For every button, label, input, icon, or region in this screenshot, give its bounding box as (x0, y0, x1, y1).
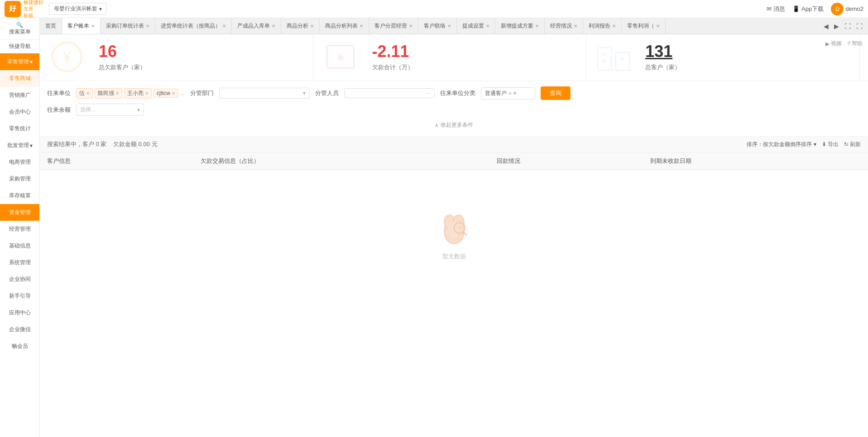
svg-rect-8 (620, 57, 624, 61)
workspace-selector[interactable]: 母婴行业演示帐套 ▾ (49, 3, 107, 15)
tab-scroll-right[interactable]: ▶ (832, 22, 841, 31)
sidebar-item-inventory[interactable]: 库存核算 (0, 187, 39, 204)
export-button[interactable]: ⬇ 导出 (822, 141, 839, 148)
empty-state-icon: ? (434, 206, 475, 247)
sidebar-item-purchase[interactable]: 采购管理 (0, 171, 39, 187)
sidebar-item-enterprise[interactable]: 企业协同 (0, 271, 39, 288)
tab-expand[interactable]: ⛶ (843, 22, 853, 31)
tag-more[interactable]: ... (180, 90, 185, 96)
message-btn[interactable]: ✉ 消息 (767, 5, 785, 13)
sidebar-item-guide[interactable]: 新手引导 (0, 288, 39, 304)
video-help-btn[interactable]: ▶ 视频 (825, 40, 842, 48)
sidebar-quick-nav[interactable]: 快捷导航 (0, 40, 39, 53)
tab-close-promotion-settings[interactable]: ✕ (486, 24, 489, 28)
sidebar-item-retail-stats[interactable]: 零售统计 (0, 120, 39, 137)
tab-close-customers[interactable]: ✕ (91, 24, 95, 28)
tab-goods-analysis-list[interactable]: 商品分析列表 ✕ (320, 18, 369, 34)
dept-select[interactable]: ▾ (219, 88, 310, 99)
tab-close-profit-report[interactable]: ✕ (612, 24, 616, 28)
category-tag-close[interactable]: ✕ (508, 91, 512, 96)
stat-block-total-customers: 131 总客户（家） (586, 34, 860, 81)
tab-close-customer-segment[interactable]: ✕ (409, 24, 412, 28)
tag-close-wang[interactable]: ✕ (145, 91, 149, 96)
tab-close-goods-analysis[interactable]: ✕ (310, 24, 314, 28)
table-header-row: 客户信息 欠款交易信息（占比） 回款情况 到期未收款日期 (40, 152, 868, 170)
filter-area: 往来单位 伍 ✕ 陈民强 ✕ 王小亮 ✕ (40, 81, 868, 137)
results-summary: 搜索结果中，客户 0 家 欠款金额 0.00 元 (47, 140, 158, 148)
sidebar-item-marketing[interactable]: 营销推广 (0, 87, 39, 104)
tab-customer-contact[interactable]: 客户联络 ✕ (418, 18, 457, 34)
main-layout: 🔍 搜索菜单 快捷导航 零售管理 ▾ 零售商城 营销推广 会员中心 零售统计 批… (0, 18, 868, 437)
sidebar-item-operations[interactable]: 经营管理 (0, 221, 39, 238)
sidebar-item-vip[interactable]: 畅会员 (0, 338, 39, 355)
sidebar-search[interactable]: 🔍 搜索菜单 (0, 18, 39, 40)
message-icon: ✉ (767, 5, 772, 12)
balance-select[interactable]: 选择... ▾ (76, 104, 144, 116)
refresh-button[interactable]: ↻ 刷新 (844, 141, 861, 148)
stat-label-debt: 欠款合计（万） (327, 63, 573, 71)
tab-promotion-settings[interactable]: 提成设置 ✕ (457, 18, 495, 34)
tab-close-purchase-orders[interactable]: ✕ (146, 24, 149, 28)
collapse-button[interactable]: ∧ 收起更多条件 (47, 119, 861, 131)
empty-state: ? 暂无数据 (40, 170, 868, 297)
tab-close-product-in[interactable]: ✕ (272, 24, 275, 28)
svg-text:◈: ◈ (336, 50, 345, 62)
page-help: ▶ 视频 ? 帮助 (825, 40, 863, 48)
chevron-icon-2: ▾ (30, 142, 33, 149)
svg-rect-7 (602, 59, 606, 63)
tab-purchase-orders[interactable]: 采购订单统计表 ✕ (101, 18, 155, 34)
tab-retail-profit[interactable]: 零售利润（ ✕ (622, 18, 666, 34)
stat-bg-currency-icon: ¥ (49, 41, 85, 73)
sidebar-item-retail[interactable]: 零售管理 ▾ (0, 53, 39, 70)
tab-goods-analysis[interactable]: 商品分析 ✕ (281, 18, 320, 34)
tab-home[interactable]: 首页 (40, 18, 62, 34)
results-bar: 搜索结果中，客户 0 家 欠款金额 0.00 元 排序：按欠款金额倒序排序 ▾ (40, 137, 868, 152)
sidebar-item-members[interactable]: 会员中心 (0, 104, 39, 120)
tab-close-goods-analysis-list[interactable]: ✕ (360, 24, 363, 28)
tab-product-in[interactable]: 产成品入库单 ✕ (232, 18, 281, 34)
sidebar-item-finance[interactable]: 资金管理 (0, 204, 39, 221)
filter-tag-wu: 伍 ✕ (76, 88, 93, 99)
logo-area: 好 畅捷通好生意 标版 (5, 0, 44, 19)
tab-scroll-left[interactable]: ◀ (822, 22, 830, 31)
data-table: 客户信息 欠款交易信息（占比） 回款情况 到期未收款日期 (40, 152, 868, 297)
tab-close-retail-profit[interactable]: ✕ (656, 24, 660, 28)
category-select[interactable]: 普通客户 ✕ ▾ (481, 87, 535, 100)
tab-maximize[interactable]: ⛶ (854, 22, 864, 31)
tab-close-customer-contact[interactable]: ✕ (447, 24, 451, 28)
query-button[interactable]: 查询 (541, 86, 571, 100)
filter-tag-cj: cjttcw ✕ (153, 89, 178, 98)
stat-label-total-customers: 总客户（家） (600, 63, 846, 71)
app-download-btn[interactable]: 📱 App下载 (792, 5, 824, 13)
tab-customers[interactable]: 客户账本 ✕ (62, 18, 101, 34)
stats-row: ¥ 16 总欠款客户（家） ◈ -2.11 欠款合计（万） (40, 34, 868, 81)
tag-close-wu[interactable]: ✕ (86, 91, 90, 96)
sidebar-item-app-center[interactable]: 应用中心 (0, 304, 39, 321)
sidebar-item-retail-mall[interactable]: 零售商城 (0, 70, 39, 87)
sort-select[interactable]: 排序：按欠款金额倒序排序 ▾ (747, 141, 816, 148)
tab-close-business[interactable]: ✕ (574, 24, 577, 28)
tag-close-cj[interactable]: ✕ (172, 91, 175, 96)
sidebar-item-basic-info[interactable]: 基础信息 (0, 238, 39, 254)
sidebar-item-wechat[interactable]: 企业微信 (0, 321, 39, 338)
tab-close-purchase-stats[interactable]: ✕ (222, 24, 226, 28)
col-repayment: 回款情况 (489, 152, 643, 170)
tab-profit-report[interactable]: 利润报告 ✕ (583, 18, 622, 34)
filter-tag-wang: 王小亮 ✕ (124, 88, 152, 99)
help-btn[interactable]: ? 帮助 (847, 40, 863, 48)
tab-customer-segment[interactable]: 客户分层经营 ✕ (369, 18, 418, 34)
stat-value-total-customers: 131 (600, 43, 846, 60)
tab-close-new-promotion[interactable]: ✕ (535, 24, 539, 28)
user-avatar[interactable]: D demo2 (831, 3, 863, 15)
person-select[interactable]: ··· (344, 88, 435, 98)
sidebar-item-system[interactable]: 系统管理 (0, 254, 39, 271)
collapse-arrow-icon: ∧ (435, 122, 439, 128)
sidebar-item-ecommerce[interactable]: 电商管理 (0, 154, 39, 171)
tab-purchase-stats[interactable]: 进货单统计表（按商品） ✕ (155, 18, 232, 34)
filter-row-1: 往来单位 伍 ✕ 陈民强 ✕ 王小亮 ✕ (47, 86, 861, 100)
person-label: 分管人员 (315, 89, 339, 97)
tag-close-chen[interactable]: ✕ (115, 91, 119, 96)
sidebar-item-wholesale[interactable]: 批发管理 ▾ (0, 137, 39, 154)
tab-business[interactable]: 经营情况 ✕ (545, 18, 583, 34)
tab-new-promotion[interactable]: 新增提成方案 ✕ (495, 18, 545, 34)
